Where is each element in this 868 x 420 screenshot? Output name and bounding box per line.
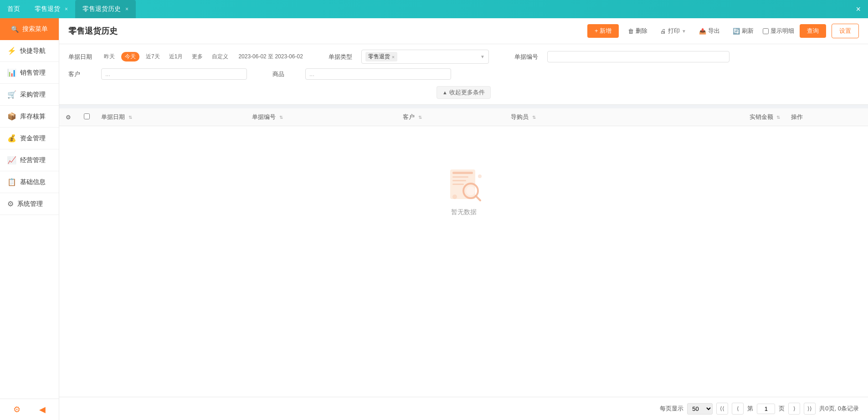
type-filter-select[interactable]: 零售退货 × ▼ — [361, 50, 489, 64]
window-close-button[interactable]: × — [848, 5, 868, 14]
tab-retail-return-history-close[interactable]: × — [125, 6, 128, 12]
svg-rect-1 — [452, 172, 473, 174]
empty-illustration — [441, 163, 487, 208]
sidebar-item-inventory-label: 库存核算 — [20, 113, 46, 121]
tab-list: 首页 零售退货 × 零售退货历史 × — [0, 0, 848, 18]
prev-page-button[interactable]: ⟨ — [732, 403, 744, 415]
svg-rect-4 — [452, 184, 464, 185]
date-range-display: 2023-06-02 至 2023-06-02 — [238, 53, 303, 61]
tab-home[interactable]: 首页 — [0, 0, 27, 18]
date-btn-yesterday[interactable]: 昨天 — [101, 52, 118, 61]
table-container: ⚙ 单据日期 ⇅ 单据编号 ⇅ — [59, 108, 868, 397]
th-customer[interactable]: 客户 ⇅ — [397, 108, 505, 126]
th-number-label: 单据编号 — [252, 113, 276, 120]
customer-filter-input[interactable]: ... — [101, 68, 247, 80]
date-btn-today[interactable]: 今天 — [121, 52, 139, 61]
select-all-checkbox[interactable] — [84, 113, 90, 119]
content-area: 零售退货历史 + 新增 🗑 删除 🖨 打印 ▼ 📤 导出 🔄 — [59, 18, 868, 420]
th-guide[interactable]: 导购员 ⇅ — [505, 108, 635, 126]
sidebar-bottom: ⚙ ◀ — [0, 399, 59, 420]
type-tag-close[interactable]: × — [392, 54, 395, 60]
filter-row-2: 客户 ... 商品 ... — [68, 68, 859, 80]
sidebar-item-finance[interactable]: 💰 资金管理 — [0, 128, 59, 149]
show-details-checkbox[interactable] — [763, 28, 769, 34]
filter-area: 单据日期 昨天 今天 近7天 近1月 更多 自定义 2023-06-02 至 2… — [59, 44, 868, 105]
main-layout: 🔍 搜索菜单 ⚡ 快捷导航 📊 销售管理 🛒 采购管理 📦 库存核算 💰 资金管… — [0, 18, 868, 420]
number-filter-label: 单据编号 — [514, 53, 540, 61]
per-page-select[interactable]: 50 10 20 100 — [687, 403, 713, 415]
svg-point-8 — [452, 195, 457, 199]
th-number[interactable]: 单据编号 ⇅ — [247, 108, 397, 126]
settings-button[interactable]: 设置 — [832, 24, 859, 38]
data-table: ⚙ 单据日期 ⇅ 单据编号 ⇅ — [59, 108, 868, 253]
th-date-sort-icon: ⇅ — [128, 115, 132, 120]
sidebar-item-inventory[interactable]: 📦 库存核算 — [0, 106, 59, 128]
query-button[interactable]: 查询 — [800, 24, 826, 38]
sidebar-item-quick-nav[interactable]: ⚡ 快捷导航 — [0, 40, 59, 62]
show-details-label: 显示明细 — [770, 27, 794, 35]
sidebar-collapse-button[interactable]: ◀ — [39, 405, 46, 415]
goods-dots: ... — [309, 71, 314, 77]
tab-retail-return[interactable]: 零售退货 × — [27, 0, 75, 18]
type-tag-label: 零售退货 — [368, 53, 390, 61]
pagination: 每页显示 50 10 20 100 ⟨⟨ ⟨ 第 页 ⟩ ⟩⟩ 共0页, 0条记… — [59, 397, 868, 420]
date-filter-buttons: 昨天 今天 近7天 近1月 更多 自定义 — [101, 52, 231, 61]
export-icon: 📤 — [699, 28, 706, 35]
print-dropdown-icon: ▼ — [682, 29, 686, 34]
sidebar-item-basic-info[interactable]: 📋 基础信息 — [0, 171, 59, 193]
tab-retail-return-close[interactable]: × — [65, 6, 68, 12]
sidebar-item-operations-label: 经营管理 — [20, 156, 46, 164]
th-customer-sort-icon: ⇅ — [418, 115, 422, 120]
tab-retail-return-history[interactable]: 零售退货历史 × — [75, 0, 136, 18]
sidebar-item-sales[interactable]: 📊 销售管理 — [0, 62, 59, 84]
date-btn-7days[interactable]: 近7天 — [143, 52, 163, 61]
delete-label: 删除 — [636, 27, 647, 35]
export-button[interactable]: 📤 导出 — [695, 25, 724, 37]
sidebar-search-label: 搜索菜单 — [22, 25, 48, 33]
basic-info-icon: 📋 — [7, 178, 16, 186]
filter-row-1: 单据日期 昨天 今天 近7天 近1月 更多 自定义 2023-06-02 至 2… — [68, 50, 859, 64]
delete-button[interactable]: 🗑 删除 — [624, 25, 651, 37]
th-date[interactable]: 单据日期 ⇅ — [96, 108, 247, 126]
goods-filter-label: 商品 — [272, 70, 298, 78]
print-button[interactable]: 🖨 打印 ▼ — [657, 25, 690, 37]
customer-dots: ... — [105, 71, 110, 77]
th-check[interactable] — [77, 108, 96, 126]
th-guide-label: 导购员 — [511, 113, 529, 120]
date-btn-custom[interactable]: 自定义 — [209, 52, 231, 61]
th-amount-sort-icon: ⇅ — [776, 115, 780, 120]
type-select-dropdown-icon: ▼ — [480, 54, 485, 59]
sidebar-search[interactable]: 🔍 搜索菜单 — [0, 18, 59, 40]
export-label: 导出 — [708, 27, 720, 35]
th-date-label: 单据日期 — [101, 113, 125, 120]
svg-line-7 — [476, 196, 480, 200]
last-page-button[interactable]: ⟩⟩ — [804, 403, 816, 415]
refresh-button[interactable]: 🔄 刷新 — [729, 25, 757, 37]
add-button[interactable]: + 新增 — [587, 24, 619, 38]
show-details-toggle[interactable]: 显示明细 — [763, 27, 794, 35]
sidebar-item-purchase[interactable]: 🛒 采购管理 — [0, 84, 59, 106]
date-btn-1month[interactable]: 近1月 — [166, 52, 186, 61]
next-page-button[interactable]: ⟩ — [788, 403, 800, 415]
sidebar-item-system[interactable]: ⚙ 系统管理 — [0, 193, 59, 215]
sidebar-settings-button[interactable]: ⚙ — [13, 405, 21, 415]
first-page-button[interactable]: ⟨⟨ — [716, 403, 728, 415]
collapse-label: 收起更多条件 — [449, 88, 485, 97]
sidebar-item-operations[interactable]: 📈 经营管理 — [0, 149, 59, 171]
number-filter-input[interactable] — [547, 51, 729, 62]
date-btn-more[interactable]: 更多 — [189, 52, 205, 61]
page-input[interactable] — [757, 404, 775, 414]
date-filter-label: 单据日期 — [68, 53, 94, 61]
collapse-up-icon: ▲ — [442, 90, 447, 95]
customer-filter-label: 客户 — [68, 70, 94, 78]
th-amount[interactable]: 实销金额 ⇅ — [635, 108, 786, 126]
print-icon: 🖨 — [660, 28, 666, 35]
collapse-button[interactable]: ▲ 收起更多条件 — [437, 86, 491, 99]
operations-icon: 📈 — [7, 156, 16, 164]
svg-point-6 — [466, 186, 475, 195]
delete-icon: 🗑 — [628, 28, 634, 35]
th-settings[interactable]: ⚙ — [59, 108, 77, 126]
column-settings-icon[interactable]: ⚙ — [66, 114, 71, 121]
goods-filter-input[interactable]: ... — [305, 68, 451, 80]
page-unit: 页 — [779, 405, 785, 413]
